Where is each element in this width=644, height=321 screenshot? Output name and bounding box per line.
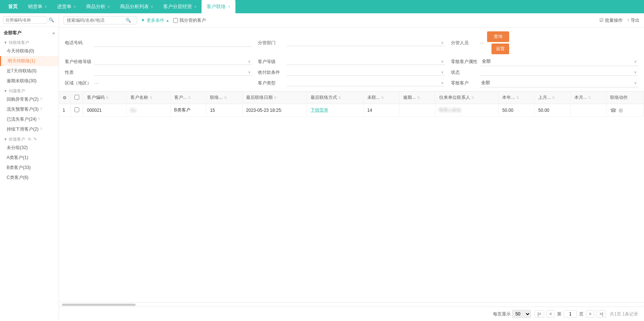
question-repurchase-icon: ? xyxy=(40,97,42,101)
retail-chevron-icon: ∨ xyxy=(634,81,637,85)
table-container: ⚙ 客户编码 ⇅ 客户名称 ⇅ xyxy=(59,92,644,302)
sidebar-item-tomorrow[interactable]: 明天待联络(1) xyxy=(0,56,59,66)
sort-method-icon: ⇅ xyxy=(338,96,341,100)
last-page-btn[interactable]: >| xyxy=(596,310,606,318)
filter-phone-input[interactable] xyxy=(94,39,252,47)
nav-product-analysis[interactable]: 商品分析 × xyxy=(81,0,115,13)
th-company-contact[interactable]: 往来单位联系人 ⇅ xyxy=(435,92,498,104)
sidebar-item-a-class[interactable]: A类客户(1) xyxy=(0,153,59,163)
nav-customer-tier[interactable]: 客户分层经营 × xyxy=(158,0,202,13)
td-last-method[interactable]: 下销货单 xyxy=(307,104,364,117)
select-all-checkbox[interactable] xyxy=(74,95,79,100)
sort-code-icon: ⇅ xyxy=(106,96,109,100)
my-customers-checkbox[interactable] xyxy=(173,18,178,23)
th-uncontacted[interactable]: 未联... ⇅ xyxy=(363,92,399,104)
th-contact-count[interactable]: 联络... ⇅ xyxy=(206,92,242,104)
close-purchase-icon[interactable]: × xyxy=(74,5,76,9)
th-checkbox[interactable] xyxy=(71,92,83,104)
settings-gear-icon[interactable]: ⚙ xyxy=(63,95,67,100)
first-page-btn[interactable]: |< xyxy=(535,310,544,318)
td-overdue xyxy=(399,104,435,117)
filter-more-btn[interactable]: ▼ 更多条件 ▲ xyxy=(141,17,169,24)
sidebar-item-declining[interactable]: 持续下滑客户(2) ? xyxy=(0,124,59,134)
td-no: 1 xyxy=(59,104,71,117)
page-number-input[interactable] xyxy=(564,310,577,318)
th-customer-type[interactable]: 客户... ⇅ xyxy=(170,92,206,104)
export-btn[interactable]: ↑ 导出 xyxy=(627,17,640,24)
nav-product-analysis-list[interactable]: 商品分析列表 × xyxy=(115,0,158,13)
row-checkbox[interactable] xyxy=(74,107,79,112)
filter-person-dots[interactable]: ··· xyxy=(480,40,484,46)
close-product-analysis-list-icon[interactable]: × xyxy=(151,5,153,9)
filter-status-select[interactable]: ∨ xyxy=(480,69,638,76)
table-row: 1 000021 Ea B类客户 15 2023-05-23 18:25: 下销… xyxy=(59,104,644,117)
filter-retail-customer-row: 零散客户 全部 ∨ xyxy=(451,79,638,87)
close-customer-tier-icon[interactable]: × xyxy=(194,5,196,9)
filter-level-label: 客户等级 xyxy=(258,59,284,65)
sidebar-search-icon[interactable]: 🔍 xyxy=(49,17,54,23)
nav-home[interactable]: 首页 xyxy=(3,0,23,13)
th-last-month[interactable]: 上月... ⇅ xyxy=(534,92,570,104)
pagination: |< < 第 页 > >| xyxy=(535,310,606,318)
th-name[interactable]: 客户名称 ⇅ xyxy=(127,92,170,104)
table-scroll-bar[interactable] xyxy=(59,302,644,307)
sidebar-item-churn-warn[interactable]: 流失预警客户(3) ? xyxy=(0,104,59,114)
td-this-month xyxy=(570,104,606,117)
th-year[interactable]: 本年... ⇅ xyxy=(498,92,535,104)
batch-ops-btn[interactable]: ☑ 批量操作 xyxy=(599,17,623,24)
th-this-month[interactable]: 本月... ⇅ xyxy=(570,92,606,104)
th-overdue[interactable]: 逾期... ⇅ xyxy=(399,92,435,104)
filter-level-select[interactable]: ∨ xyxy=(287,58,445,65)
horizontal-scrollbar[interactable] xyxy=(62,304,136,306)
filter-panel: 电话号码 分管部门 ∨ 分管人员 ··· 查询 设置 客户价格等 xyxy=(59,28,644,92)
prev-page-btn[interactable]: < xyxy=(546,310,555,318)
top-nav: 首页 销货单 × 进货单 × 商品分析 × 商品分析列表 × 客户分层经营 × … xyxy=(0,0,644,13)
my-customers-filter[interactable]: 我分管的客户 xyxy=(173,17,206,24)
th-settings[interactable]: ⚙ xyxy=(59,92,71,104)
sidebar-item-repurchase[interactable]: 回购异常客户(2) ? xyxy=(0,94,59,104)
sidebar-item-churned[interactable]: 已流失客户(24) ? xyxy=(0,114,59,124)
th-last-method[interactable]: 最后联络方式 ⇅ xyxy=(307,92,364,104)
nav-purchase[interactable]: 进货单 × xyxy=(52,0,81,13)
filter-retail-customer-select[interactable]: 全部 ∨ xyxy=(480,79,638,87)
refresh-value-icon[interactable]: ↻ xyxy=(28,137,31,142)
filter-price-select[interactable]: ∨ xyxy=(94,58,252,65)
sidebar-item-today[interactable]: 今天待联络(0) xyxy=(0,46,59,56)
sidebar-all-customers[interactable]: 全部客户 « xyxy=(0,27,59,38)
grid-action-icon[interactable]: ⊞ xyxy=(619,107,623,113)
sidebar-item-b-class[interactable]: B类客户(33) xyxy=(0,163,59,173)
status-chevron-icon: ∨ xyxy=(634,70,637,74)
sidebar-item-ungroup[interactable]: 未分组(32) xyxy=(0,143,59,153)
settings-btn[interactable]: 设置 xyxy=(491,44,509,54)
last-method-link[interactable]: 下销货单 xyxy=(311,107,328,113)
filter-payment-select[interactable]: ∨ xyxy=(287,69,445,76)
close-product-analysis-icon[interactable]: × xyxy=(108,5,110,9)
filter-customer-type-select[interactable]: ∨ xyxy=(287,80,445,86)
search-icon[interactable]: 🔍 xyxy=(126,18,131,23)
filter-dept-select[interactable]: ∨ xyxy=(287,39,445,46)
next-page-btn[interactable]: > xyxy=(586,310,594,318)
sidebar-item-week[interactable]: 近7天待联络(0) xyxy=(0,66,59,76)
sidebar-item-c-class[interactable]: C类客户(6) xyxy=(0,173,59,183)
td-checkbox[interactable] xyxy=(71,104,83,117)
close-customer-contact-icon[interactable]: × xyxy=(228,5,230,9)
filter-retail-attr-row: 零散客户属性 全部 ∨ xyxy=(451,57,638,66)
nav-customer-contact[interactable]: 客户联络 × xyxy=(202,0,235,13)
filter-region-dots[interactable]: ··· xyxy=(94,80,99,86)
close-sales-icon[interactable]: × xyxy=(45,5,47,9)
sidebar-search-input[interactable] xyxy=(3,16,47,24)
sidebar-collapse-icon[interactable]: « xyxy=(52,31,55,36)
filter-icon: ▼ xyxy=(141,18,145,23)
filter-nature-select[interactable]: ∨ xyxy=(94,69,252,76)
th-code[interactable]: 客户编码 ⇅ xyxy=(83,92,127,104)
nav-sales[interactable]: 销货单 × xyxy=(23,0,52,13)
query-btn[interactable]: 查询 xyxy=(487,31,509,42)
page-size-dropdown[interactable]: 50 100 200 xyxy=(512,310,531,318)
th-last-date[interactable]: 最后联络日期 ⇅ xyxy=(242,92,307,104)
search-input[interactable] xyxy=(67,18,126,23)
edit-value-icon[interactable]: ✎ xyxy=(34,137,37,142)
sidebar-item-overdue[interactable]: 逾期未联络(30) xyxy=(0,76,59,86)
phone-action-icon[interactable]: ☎ xyxy=(610,107,616,113)
checkbox-icon: ☑ xyxy=(599,18,603,23)
filter-retail-attr-select[interactable]: 全部 ∨ xyxy=(480,57,638,66)
